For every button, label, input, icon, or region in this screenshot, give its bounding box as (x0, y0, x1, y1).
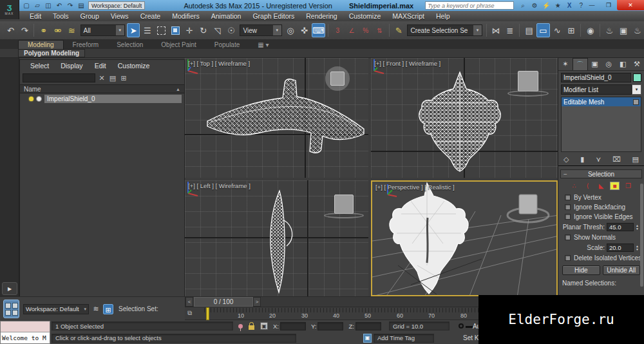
selection-filter-dropdown[interactable]: All ▾ (80, 24, 125, 36)
ignore-visible-edges-checkbox-row[interactable]: Ignore Visible Edges (558, 212, 644, 222)
named-selection-sets-dropdown[interactable]: Create Selection Se ▾ (407, 24, 482, 36)
previous-frame-icon[interactable]: < (185, 297, 193, 307)
delete-isolated-vertices-checkbox[interactable] (565, 255, 571, 261)
viewport-front[interactable]: [+] [ Front ] [ Wireframe ] (371, 58, 558, 178)
polygon-subobject-icon[interactable]: ■ (610, 182, 620, 190)
hierarchy-tab-icon[interactable]: ▣ (588, 58, 602, 70)
element-subobject-icon[interactable]: ❒ (623, 182, 633, 190)
manage-layers-icon[interactable]: ▤ (522, 23, 536, 37)
ignore-backfacing-checkbox-row[interactable]: Ignore Backfacing (558, 202, 644, 212)
snaps-toggle-icon[interactable]: 3 (331, 23, 345, 37)
menu-animation[interactable]: Animation (205, 12, 247, 20)
infocenter-search-input[interactable] (425, 1, 514, 10)
display-tab-icon[interactable]: ◧ (616, 58, 630, 70)
menu-modifiers[interactable]: Modifiers (166, 12, 205, 20)
explorer-settings-icon[interactable]: ⊞ (119, 74, 128, 82)
planar-thresh-spinner[interactable]: ▲ ▼ (636, 224, 639, 231)
viewport-front-label[interactable]: [+] [ Front ] [ Wireframe ] (374, 60, 440, 67)
angle-snap-icon[interactable]: ∠ (345, 23, 359, 37)
ribbon-tab-modeling[interactable]: Modeling (18, 40, 64, 49)
viewport-left-label[interactable]: [+] [ Left ] [ Wireframe ] (188, 182, 251, 189)
listener-line[interactable]: Welcome to M (1, 332, 50, 343)
utilities-tab-icon[interactable]: ⚒ (630, 58, 644, 70)
motion-tab-icon[interactable]: ◎ (601, 58, 616, 70)
open-file-icon[interactable]: ▱ (33, 2, 42, 9)
close-button[interactable]: ✕ (617, 0, 644, 10)
scene-explorer-search-input[interactable] (23, 73, 95, 82)
menu-customize[interactable]: Customize (343, 12, 387, 20)
by-vertex-checkbox[interactable] (565, 195, 571, 200)
pin-stack-icon[interactable]: ◇ (564, 155, 569, 164)
by-vertex-checkbox-row[interactable]: By Vertex (558, 193, 644, 202)
application-menu-button[interactable]: Ӡ MAX (0, 0, 19, 19)
menu-help[interactable]: Help (430, 12, 456, 20)
time-slider-thumb[interactable]: 0 / 100 (194, 297, 253, 307)
selection-rollout-header[interactable]: − Selection (560, 169, 642, 178)
select-and-manipulate-icon[interactable]: ✜ (298, 23, 311, 37)
menu-graph-editors[interactable]: Graph Editors (247, 12, 300, 20)
spinner-snap-icon[interactable]: ⇅ (373, 23, 386, 37)
selection-lock-icon[interactable] (249, 325, 254, 330)
project-folder-icon[interactable]: ▤ (77, 2, 86, 9)
spin-down-icon[interactable]: ▼ (636, 227, 639, 231)
schematic-view-icon[interactable]: ⊞ (565, 23, 578, 37)
delete-isolated-vertices-checkbox-row[interactable]: Delete Isolated Vertices (558, 253, 644, 263)
menu-maxscript[interactable]: MAXScript (386, 12, 430, 20)
modifier-list-dropdown[interactable]: Modifier List (561, 84, 632, 95)
absolute-offset-mode-icon[interactable]: ▣ (260, 322, 268, 330)
minimize-button[interactable]: — (583, 0, 600, 10)
new-file-icon[interactable]: ▢ (22, 2, 31, 9)
window-crossing-icon[interactable] (169, 23, 182, 37)
command-panel-scrollbar[interactable] (640, 184, 643, 287)
select-object-icon[interactable]: ➤ (127, 23, 140, 37)
align-icon[interactable]: ≣ (504, 23, 517, 37)
y-coordinate-field[interactable] (317, 322, 343, 330)
select-by-name-icon[interactable]: ☰ (140, 23, 154, 37)
ribbon-tab-object-paint[interactable]: Object Paint (152, 41, 205, 49)
graphite-ribbon-toggle-icon[interactable]: ▭ (536, 23, 550, 37)
stack-item-editable-mesh[interactable]: Editable Mesh (562, 97, 641, 106)
scene-object-name[interactable]: ImperialShield_0 (44, 95, 182, 103)
se-menu-display[interactable]: Display (55, 62, 88, 70)
vertex-subobject-icon[interactable]: ∴ (569, 182, 579, 190)
viewcube[interactable] (334, 195, 354, 214)
workspace-switcher-icon[interactable] (3, 300, 19, 318)
edge-subobject-icon[interactable]: ⟨ (583, 182, 592, 190)
face-subobject-icon[interactable]: ◣ (596, 182, 606, 190)
use-pivot-point-center-icon[interactable]: ◎ (284, 23, 298, 37)
make-unique-icon[interactable]: ⋎ (596, 155, 601, 164)
open-mini-curve-editor-icon[interactable]: ⧉ (187, 309, 192, 317)
selection-set-quick-icon[interactable]: ⊞ (103, 304, 113, 314)
x-coordinate-field[interactable] (280, 322, 306, 330)
material-editor-icon[interactable]: ◉ (583, 23, 597, 37)
search-icon[interactable]: ⌕ (518, 2, 528, 10)
layers-quick-icon[interactable]: ≋ (91, 305, 101, 313)
viewport-left[interactable]: [+] [ Left ] [ Wireframe ] (185, 180, 368, 296)
set-keys-icon[interactable] (459, 323, 464, 329)
modifier-stack[interactable]: Editable Mesh (561, 97, 641, 152)
viewport-top[interactable]: [+] [ Top ] [ Wireframe ] (185, 58, 368, 178)
edit-named-selection-sets-icon[interactable]: ✎ (392, 23, 406, 37)
updates-icon[interactable]: ⚡ (541, 2, 551, 10)
favorites-icon[interactable]: ★ (553, 2, 563, 10)
viewport-perspective-label[interactable]: [+] [ Perspective ] [ Realistic ] (375, 184, 455, 191)
scale-field[interactable]: 20.0 (607, 244, 634, 252)
show-end-result-icon[interactable]: ▮ (580, 155, 584, 164)
spin-down-icon[interactable]: ▼ (636, 248, 639, 251)
configure-modifier-sets-icon[interactable]: ▤ (632, 155, 639, 164)
stack-onoff-icon[interactable] (633, 99, 639, 105)
viewcube[interactable] (325, 66, 350, 91)
select-and-place-icon[interactable]: ☉ (225, 23, 238, 37)
restore-button[interactable]: ❐ (600, 0, 617, 10)
display-mode-icon[interactable]: ▤ (108, 74, 117, 82)
planar-thresh-field[interactable]: 45.0 (607, 223, 634, 231)
viewport-perspective[interactable]: [+] [ Perspective ] [ Realistic ] (371, 180, 558, 296)
curve-editor-icon[interactable]: ∿ (551, 23, 564, 37)
undo-icon[interactable]: ↶ (55, 2, 64, 9)
macro-recorder-line[interactable] (1, 321, 50, 332)
unhide-all-button[interactable]: Unhide All (603, 265, 641, 275)
rectangular-selection-region-icon[interactable] (155, 23, 168, 37)
workspace-selector-dropdown[interactable]: Workspace: Default ▾ (23, 304, 89, 314)
menu-group[interactable]: Group (75, 12, 105, 20)
redo-icon[interactable]: ↷ (66, 2, 75, 9)
